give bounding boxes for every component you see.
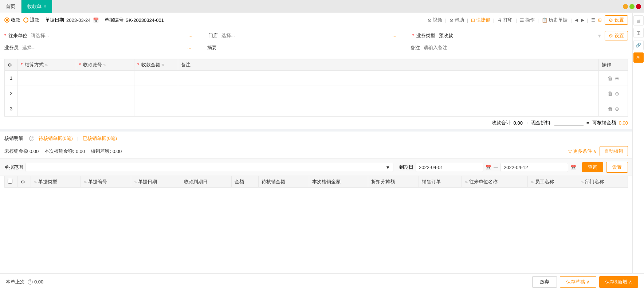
grid-icon[interactable]: ⊞: [598, 17, 602, 23]
list-icon[interactable]: ☰: [591, 17, 595, 23]
row-1-account[interactable]: [76, 71, 134, 86]
select-all-checkbox[interactable]: [8, 179, 12, 184]
company-more-btn[interactable]: ···: [187, 33, 194, 39]
due-date-start[interactable]: [416, 163, 483, 172]
range-label: 单据范围: [4, 164, 23, 171]
row-3-copy-icon[interactable]: ⊕: [615, 106, 619, 112]
right-panel-page-icon[interactable]: ◫: [633, 28, 644, 38]
video-btn[interactable]: ⊙ 视频: [428, 17, 442, 23]
row-3-note[interactable]: [178, 101, 599, 117]
row-1-amount[interactable]: [134, 71, 178, 86]
row-2-account[interactable]: [76, 86, 134, 101]
col-dept-label: 部门名称: [585, 179, 604, 184]
staff-more-btn[interactable]: ···: [186, 45, 193, 51]
row-3-delete-icon[interactable]: 🗑: [608, 106, 613, 112]
summary-input[interactable]: [219, 43, 396, 52]
query-btn[interactable]: 查询: [582, 162, 603, 172]
calendar-icon[interactable]: 📅: [93, 17, 99, 23]
col-discount2-label: 折扣分摊额: [371, 179, 395, 184]
discount-input[interactable]: [554, 120, 584, 126]
date-value[interactable]: 2023-03-24: [66, 17, 91, 23]
sep3: |: [493, 17, 494, 23]
row-3-amount[interactable]: [134, 101, 178, 117]
col-pending-label: 待核销金额: [262, 179, 285, 184]
bottom-bar: 本单上次 ? 0.00 放弃 保存草稿 ∧ 保存&新增 ∧: [0, 273, 644, 290]
row-1-delete-icon[interactable]: 🗑: [608, 75, 613, 81]
gear-icon: ⚙: [609, 17, 613, 23]
sep6: |: [570, 17, 572, 23]
staff-field: 业务员 ···: [4, 43, 193, 52]
col-doc-type-label: 单据类型: [38, 179, 57, 184]
radio-receive-dot: [4, 17, 9, 23]
win-close[interactable]: [636, 4, 641, 9]
company-input[interactable]: [30, 31, 187, 40]
prev-info-icon[interactable]: ?: [28, 279, 33, 285]
filter-settings-btn[interactable]: 设置: [606, 162, 628, 173]
abandon-btn[interactable]: 放弃: [532, 276, 557, 288]
nav-prev[interactable]: ◀: [575, 17, 578, 23]
row-2-note[interactable]: [178, 86, 599, 101]
remark-input[interactable]: [422, 43, 599, 52]
row-2-num: 2: [5, 86, 18, 101]
total-label: 收款合计: [492, 119, 511, 126]
calendar-start-icon[interactable]: 📅: [486, 165, 491, 170]
row-2-method[interactable]: [18, 86, 76, 101]
col-settings-header[interactable]: ⚙: [5, 59, 18, 71]
range-select[interactable]: ▼: [25, 163, 393, 172]
row-2-amount[interactable]: [134, 86, 178, 101]
history-btn[interactable]: 📋 历史单据: [542, 17, 568, 23]
store-more-btn[interactable]: ···: [391, 33, 398, 39]
save-draft-btn[interactable]: 保存草稿 ∧: [560, 276, 596, 288]
biz-type-dropdown-icon[interactable]: ▼: [597, 33, 602, 39]
row-1-copy-icon[interactable]: ⊕: [615, 75, 619, 81]
receipt-type-group: 收款 退款: [4, 17, 39, 23]
store-label: 门店: [208, 32, 220, 39]
store-input[interactable]: [220, 31, 391, 40]
sort-account-icon[interactable]: ⇅: [103, 63, 106, 67]
radio-receive[interactable]: 收款: [4, 17, 20, 23]
nav-next[interactable]: ▶: [581, 17, 584, 23]
tab-home[interactable]: 首页: [0, 0, 21, 13]
col-checkbox-header: [5, 176, 18, 188]
help-btn[interactable]: ⊙ 帮助: [449, 17, 464, 23]
form-settings-btn[interactable]: ⚙ 设置: [605, 31, 628, 40]
radio-refund[interactable]: 退款: [23, 17, 39, 23]
unverified-label: 未核销金额: [4, 148, 28, 154]
prev-label: 本单上次: [6, 279, 25, 285]
tab-current[interactable]: 收款单 ×: [21, 0, 52, 13]
diff-value: 0.00: [113, 149, 122, 154]
row-2-copy-icon[interactable]: ⊕: [615, 91, 619, 97]
win-maximize[interactable]: [629, 4, 635, 9]
col-due-label: 收款到期日: [184, 179, 208, 184]
win-minimize[interactable]: [623, 4, 628, 9]
staff-input[interactable]: [21, 43, 186, 52]
calendar-end-icon[interactable]: 📅: [570, 165, 576, 170]
col-settings2-header[interactable]: ⚙: [18, 176, 31, 188]
col-amount-header: * 收款金额 ⇅: [134, 59, 178, 71]
row-1-note[interactable]: [178, 71, 599, 86]
settings-button[interactable]: ⚙ 设置: [605, 15, 628, 25]
save-new-btn[interactable]: 保存&新增 ∧: [599, 276, 638, 288]
sort-amount-icon[interactable]: ⇅: [161, 63, 164, 67]
table-row: 1 🗑 ⊕: [5, 71, 628, 86]
row-3-account[interactable]: [76, 101, 134, 117]
shortcut-btn[interactable]: ⊡ 快捷键: [471, 17, 490, 23]
action-btn[interactable]: ☰ 操作: [520, 17, 535, 23]
right-panel-table-icon[interactable]: ▤: [633, 15, 644, 26]
right-panel-link-icon[interactable]: 🔗: [633, 40, 644, 50]
print-btn[interactable]: 🖨 打印: [497, 17, 513, 23]
right-panel-ai-icon[interactable]: Ai: [633, 52, 644, 63]
col-dept-header: ⇅ 部门名称: [578, 176, 628, 188]
more-conditions-btn[interactable]: ▽ 更多条件 ∧: [568, 148, 597, 154]
verify-info-icon[interactable]: ?: [29, 136, 34, 141]
row-2-delete-icon[interactable]: 🗑: [608, 91, 613, 97]
row-3-method[interactable]: [18, 101, 76, 117]
row-1-method[interactable]: [18, 71, 76, 86]
auto-verify-btn[interactable]: 自动核销: [600, 146, 628, 156]
tab-close-icon[interactable]: ×: [44, 4, 46, 9]
col-staff2-label: 员工名称: [535, 179, 554, 184]
due-date-end[interactable]: [500, 163, 568, 172]
tab-done[interactable]: 已核销单据(0笔): [83, 135, 117, 142]
sort-method-icon[interactable]: ⇅: [45, 63, 48, 67]
tab-pending[interactable]: 待核销单据(0笔): [39, 135, 73, 142]
